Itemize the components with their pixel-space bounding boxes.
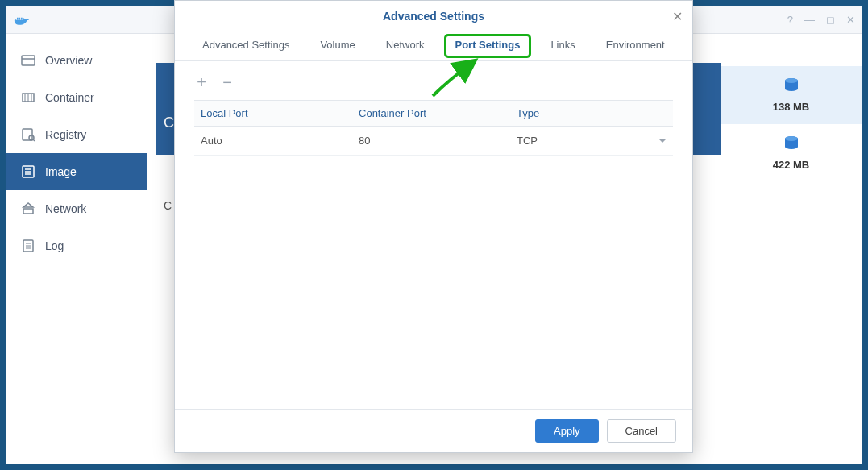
docker-whale-icon <box>13 12 29 28</box>
registry-icon <box>21 127 35 142</box>
svg-rect-13 <box>23 209 33 214</box>
advanced-settings-dialog: Advanced Settings ✕ Advanced Settings Vo… <box>174 0 693 453</box>
close-window-button[interactable]: ✕ <box>846 14 855 26</box>
sidebar-item-container[interactable]: Container <box>6 79 147 116</box>
minimize-button[interactable]: — <box>804 14 815 26</box>
svg-point-21 <box>785 136 798 141</box>
sidebar-item-image[interactable]: Image <box>6 153 147 190</box>
sidebar-item-overview[interactable]: Overview <box>6 42 147 79</box>
tab-port-settings[interactable]: Port Settings <box>440 27 534 60</box>
sidebar-item-label: Registry <box>45 128 86 141</box>
chevron-down-icon <box>658 139 667 143</box>
obscured-header-text: C <box>164 114 174 131</box>
apply-button[interactable]: Apply <box>535 419 599 443</box>
svg-rect-0 <box>22 56 35 65</box>
dialog-title: Advanced Settings ✕ <box>175 1 692 27</box>
dialog-footer: Apply Cancel <box>175 409 692 452</box>
image-size-label: 422 MB <box>773 159 810 171</box>
container-icon <box>21 90 35 105</box>
column-header-local-port[interactable]: Local Port <box>194 101 352 127</box>
sidebar: Overview Container Registry Image <box>6 34 147 464</box>
add-row-button[interactable]: + <box>194 74 209 90</box>
dialog-body: + − Local Port Container Port Type Auto … <box>175 61 692 409</box>
svg-point-19 <box>785 78 798 83</box>
image-list-item[interactable]: 422 MB <box>721 124 862 182</box>
table-row[interactable]: Auto 80 TCP <box>194 127 673 156</box>
database-icon <box>783 77 800 96</box>
type-value: TCP <box>517 135 538 147</box>
tab-volume[interactable]: Volume <box>305 27 369 60</box>
image-list-item[interactable]: 138 MB <box>721 66 862 124</box>
tab-network[interactable]: Network <box>372 27 439 60</box>
close-icon[interactable]: ✕ <box>672 9 683 24</box>
sidebar-item-label: Network <box>45 202 86 215</box>
network-icon <box>21 202 35 216</box>
remove-row-button[interactable]: − <box>220 74 235 90</box>
tab-links[interactable]: Links <box>536 27 589 60</box>
sidebar-item-label: Container <box>45 91 94 104</box>
dialog-title-text: Advanced Settings <box>383 10 484 23</box>
sidebar-item-label: Overview <box>45 54 92 67</box>
type-cell[interactable]: TCP <box>510 127 673 156</box>
column-header-type[interactable]: Type <box>510 101 673 127</box>
log-icon <box>21 239 35 253</box>
obscured-row-text: C <box>164 199 172 212</box>
cancel-button[interactable]: Cancel <box>607 419 676 443</box>
sidebar-item-label: Image <box>45 165 77 178</box>
column-header-container-port[interactable]: Container Port <box>352 101 510 127</box>
svg-line-8 <box>33 139 35 141</box>
image-size-label: 138 MB <box>773 101 810 113</box>
maximize-button[interactable]: ◻ <box>826 14 835 26</box>
dialog-tabs: Advanced Settings Volume Network Port Se… <box>175 27 692 61</box>
port-settings-table: Local Port Container Port Type Auto 80 T… <box>194 100 673 156</box>
container-port-cell[interactable]: 80 <box>352 127 510 156</box>
svg-rect-6 <box>23 129 32 140</box>
image-size-panel: 138 MB 422 MB <box>721 34 862 464</box>
table-toolbar: + − <box>194 69 673 100</box>
overview-icon <box>21 53 35 68</box>
sidebar-item-registry[interactable]: Registry <box>6 116 147 153</box>
database-icon <box>783 135 800 154</box>
tab-environment[interactable]: Environment <box>592 27 679 60</box>
sidebar-item-label: Log <box>45 239 64 252</box>
sidebar-item-network[interactable]: Network <box>6 190 147 227</box>
image-icon <box>21 164 35 179</box>
sidebar-item-log[interactable]: Log <box>6 227 147 264</box>
local-port-cell[interactable]: Auto <box>194 127 352 156</box>
help-button[interactable]: ? <box>787 14 793 26</box>
window-controls: ? — ◻ ✕ <box>787 14 855 26</box>
tab-advanced-settings[interactable]: Advanced Settings <box>188 27 304 60</box>
